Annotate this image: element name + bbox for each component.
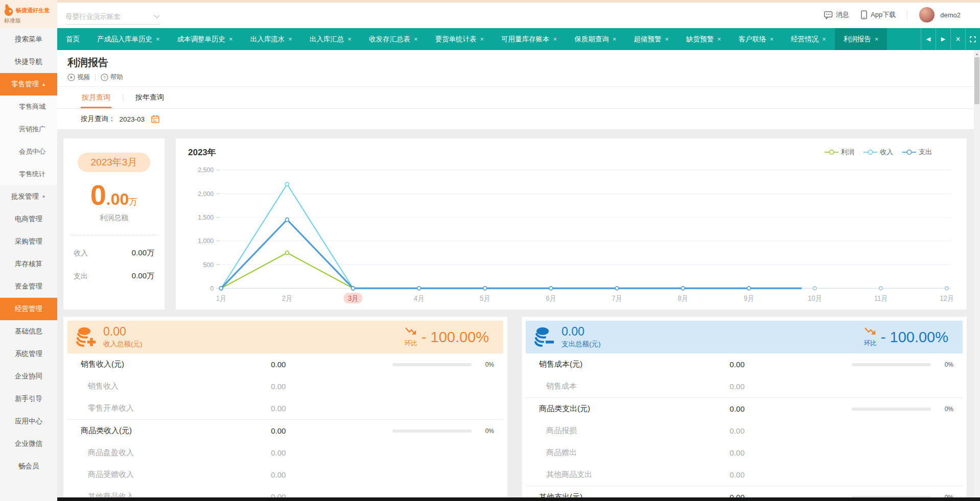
expand-icon[interactable] bbox=[965, 28, 980, 50]
calendar-icon[interactable] bbox=[151, 114, 160, 124]
tab-close-icon[interactable]: × bbox=[822, 36, 826, 42]
tab-label: 经营情况 bbox=[791, 35, 819, 44]
tab-item[interactable]: 缺货预警× bbox=[678, 28, 730, 50]
horizontal-scrollbar[interactable] bbox=[57, 497, 980, 501]
tab-item[interactable]: 产成品入库单历史× bbox=[88, 28, 169, 50]
sidebar-item-应用中心[interactable]: 应用中心 bbox=[0, 410, 57, 433]
tab-label: 缺货预警 bbox=[686, 35, 714, 44]
tab-item[interactable]: 要货单统计表× bbox=[426, 28, 493, 50]
help-button[interactable]: ? 帮助 bbox=[101, 73, 123, 82]
sidebar-item-采购管理[interactable]: 采购管理 bbox=[0, 230, 57, 253]
sidebar-item-label: 企业协同 bbox=[15, 372, 42, 381]
close-tabs-icon[interactable]: × bbox=[950, 28, 965, 50]
query-tab-按月查询[interactable]: 按月查询 bbox=[81, 87, 111, 108]
tab-item[interactable]: 收发存汇总表× bbox=[360, 28, 427, 50]
trend-down-icon bbox=[864, 326, 876, 337]
prev-tab-icon[interactable]: ◀ bbox=[921, 28, 936, 50]
profit-total-label: 利润总额 bbox=[63, 213, 165, 223]
table-row: 商品受赠收入0.00 bbox=[67, 464, 503, 486]
app-download-button[interactable]: App下载 bbox=[860, 10, 896, 19]
messages-button[interactable]: 消息 bbox=[824, 10, 849, 19]
scroll-up-arrow[interactable]: ▲ bbox=[974, 50, 980, 57]
sidebar-item-经营管理[interactable]: 经营管理 bbox=[0, 298, 57, 320]
row-label: 销售成本(元) bbox=[539, 360, 730, 369]
page-header: 利润报告 视频 ? 帮助 bbox=[57, 50, 974, 87]
sidebar-item-零售管理[interactable]: 零售管理▲ bbox=[0, 73, 57, 96]
tab-item[interactable]: 出入库汇总× bbox=[301, 28, 360, 50]
tab-active[interactable]: 利润报告× bbox=[835, 28, 888, 50]
tab-item[interactable]: 成本调整单历史× bbox=[169, 28, 242, 50]
sidebar-item-批发管理[interactable]: 批发管理▼ bbox=[0, 185, 57, 208]
video-button[interactable]: 视频 bbox=[67, 73, 90, 82]
legend-item-收入[interactable]: 收入 bbox=[864, 148, 893, 157]
sidebar-item-企业微信[interactable]: 企业微信 bbox=[0, 433, 57, 455]
toolbar-divider bbox=[95, 74, 96, 81]
tab-item[interactable]: 首页 bbox=[57, 28, 88, 50]
stat-total: 0.00收入总额(元) bbox=[103, 325, 143, 348]
next-tab-icon[interactable]: ▶ bbox=[936, 28, 950, 50]
stat-total-label: 支出总额(元) bbox=[562, 340, 601, 349]
sidebar-subitem-零售统计[interactable]: 零售统计 bbox=[0, 163, 57, 185]
sidebar-subitem-营销推广[interactable]: 营销推广 bbox=[0, 118, 57, 140]
stat-header-card: 0.00收入总额(元)环比- 100.00% bbox=[67, 321, 503, 353]
topbar: 畅捷通好生意 标准版 母婴行业演示账套 消息 bbox=[0, 0, 980, 28]
data-point-支出 bbox=[747, 287, 751, 290]
scrollbar-thumb[interactable] bbox=[974, 57, 979, 104]
tab-label: 收发存汇总表 bbox=[369, 35, 410, 44]
legend-item-支出[interactable]: 支出 bbox=[902, 148, 932, 157]
sidebar-item-新手引导[interactable]: 新手引导 bbox=[0, 388, 57, 410]
tab-item[interactable]: 可用量库存账本× bbox=[493, 28, 566, 50]
tab-close-icon[interactable]: × bbox=[229, 36, 233, 42]
tab-label: 首页 bbox=[66, 35, 80, 44]
tab-item[interactable]: 客户联络× bbox=[730, 28, 782, 50]
tab-label: 成本调整单历史 bbox=[177, 35, 226, 44]
sidebar-subitem-零售商城[interactable]: 零售商城 bbox=[0, 96, 57, 118]
y-tick-label: 1,500 bbox=[198, 213, 214, 221]
sidebar-item-label: 库存核算 bbox=[15, 259, 42, 269]
sidebar-item-资金管理[interactable]: 资金管理 bbox=[0, 275, 57, 298]
query-tab-按年查询[interactable]: 按年查询 bbox=[134, 87, 165, 108]
filter-date-value[interactable]: 2023-03 bbox=[120, 115, 145, 123]
tab-item[interactable]: 超储预警× bbox=[625, 28, 678, 50]
tab-close-icon[interactable]: × bbox=[665, 36, 669, 42]
x-tick-label: 3月 bbox=[348, 294, 358, 302]
account-select[interactable]: 母婴行业演示账套 bbox=[65, 9, 160, 25]
tab-label: 超储预警 bbox=[634, 35, 661, 44]
tab-close-icon[interactable]: × bbox=[769, 36, 774, 42]
tab-close-icon[interactable]: × bbox=[613, 36, 617, 42]
data-point-支出 bbox=[483, 287, 487, 290]
tab-close-icon[interactable]: × bbox=[717, 36, 721, 42]
sidebar-subitem-label: 营销推广 bbox=[19, 125, 45, 134]
sidebar-item-库存核算[interactable]: 库存核算 bbox=[0, 253, 57, 275]
sidebar-item-企业协同[interactable]: 企业协同 bbox=[0, 365, 57, 388]
tab-close-icon[interactable]: × bbox=[875, 36, 879, 42]
sidebar-item-畅会员[interactable]: 畅会员 bbox=[0, 455, 57, 478]
x-tick-label: 10月 bbox=[808, 294, 822, 302]
tab-close-icon[interactable]: × bbox=[414, 36, 418, 42]
tab-close-icon[interactable]: × bbox=[553, 36, 557, 42]
tab-close-icon[interactable]: × bbox=[480, 36, 484, 42]
row-label: 其他商品支出 bbox=[539, 470, 730, 480]
ratio-trend: 环比 bbox=[405, 326, 417, 348]
data-point-支出 bbox=[681, 287, 685, 290]
tab-item[interactable]: 保质期查询× bbox=[566, 28, 625, 50]
sidebar-item-搜索菜单[interactable]: 搜索菜单 bbox=[0, 28, 57, 51]
sidebar-item-系统管理[interactable]: 系统管理 bbox=[0, 343, 57, 365]
avatar[interactable] bbox=[919, 7, 935, 23]
tab-close-icon[interactable]: × bbox=[288, 36, 292, 42]
stat-panels: 0.00收入总额(元)环比- 100.00%销售收入(元)0.000%销售收入0… bbox=[63, 317, 967, 500]
legend-marker-icon bbox=[864, 149, 877, 155]
sidebar-subitem-会员中心[interactable]: 会员中心 bbox=[0, 140, 57, 163]
coins-plus-icon bbox=[75, 326, 96, 348]
legend-item-利润[interactable]: 利润 bbox=[825, 148, 854, 157]
sidebar-item-快捷导航[interactable]: 快捷导航 bbox=[0, 51, 57, 73]
tab-item[interactable]: 经营情况× bbox=[782, 28, 835, 50]
summary-row-label: 支出 bbox=[74, 272, 88, 281]
tab-close-icon[interactable]: × bbox=[156, 36, 160, 42]
vertical-scrollbar[interactable]: ▲ bbox=[974, 50, 980, 497]
sidebar-item-基础信息[interactable]: 基础信息 bbox=[0, 320, 57, 343]
tab-close-icon[interactable]: × bbox=[347, 36, 352, 42]
sidebar-item-电商管理[interactable]: 电商管理 bbox=[0, 208, 57, 230]
page-toolbar: 视频 ? 帮助 bbox=[67, 73, 964, 82]
tab-item[interactable]: 出入库流水× bbox=[242, 28, 301, 50]
